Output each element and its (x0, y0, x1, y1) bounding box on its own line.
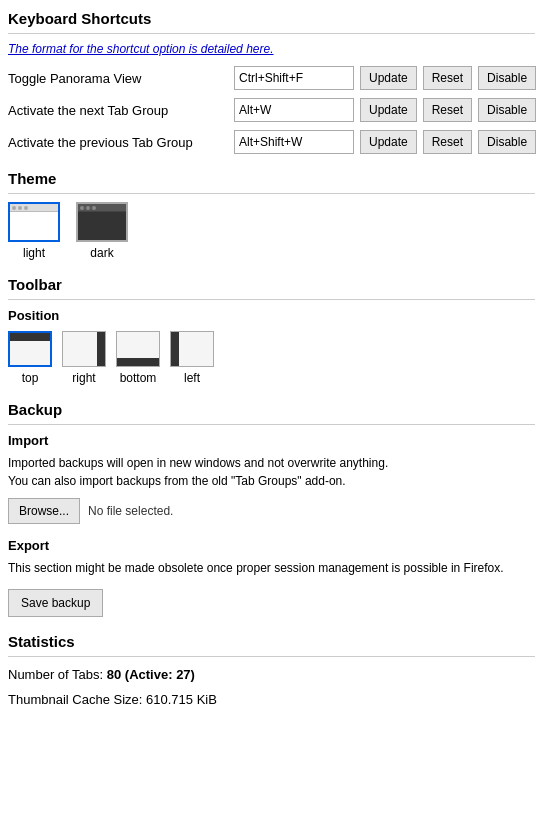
cache-size-row: Thumbnail Cache Size: 610.715 KiB (8, 690, 535, 711)
position-bar-right (97, 332, 105, 366)
toolbar-title: Toolbar (8, 276, 535, 293)
position-label-left: left (184, 371, 200, 385)
import-title: Import (8, 433, 535, 448)
position-preview-right (62, 331, 106, 367)
statistics-section: Statistics Number of Tabs: 80 (Active: 2… (8, 633, 535, 711)
position-preview-left (170, 331, 214, 367)
tabs-count-value: 80 (Active: 27) (107, 667, 195, 682)
shortcut-label-panorama: Toggle Panorama View (8, 71, 228, 86)
shortcut-format-link[interactable]: The format for the shortcut option is de… (8, 42, 535, 56)
statistics-title: Statistics (8, 633, 535, 650)
import-info-line1: Imported backups will open in new window… (8, 456, 388, 470)
backup-section: Backup Import Imported backups will open… (8, 401, 535, 617)
cache-size-label: Thumbnail Cache Size: (8, 692, 142, 707)
position-label-bottom: bottom (120, 371, 157, 385)
position-option-bottom[interactable]: bottom (116, 331, 160, 385)
theme-label-dark: dark (90, 246, 113, 260)
shortcut-row-panorama: Toggle Panorama View Update Reset Disabl… (8, 66, 535, 90)
reset-button-panorama[interactable]: Reset (423, 66, 472, 90)
keyboard-shortcuts-title: Keyboard Shortcuts (8, 10, 535, 27)
backup-divider (8, 424, 535, 425)
position-bar-top (10, 333, 50, 341)
theme-options: light dark (8, 202, 535, 260)
toolbar-section: Toolbar Position top right bottom (8, 276, 535, 385)
theme-preview-dark (76, 202, 128, 242)
disable-button-next-tab[interactable]: Disable (478, 98, 536, 122)
save-backup-button[interactable]: Save backup (8, 589, 103, 617)
update-button-prev-tab[interactable]: Update (360, 130, 417, 154)
statistics-divider (8, 656, 535, 657)
shortcut-row-next-tab: Activate the next Tab Group Update Reset… (8, 98, 535, 122)
browse-button[interactable]: Browse... (8, 498, 80, 524)
position-options: top right bottom left (8, 331, 535, 385)
position-option-top[interactable]: top (8, 331, 52, 385)
browse-row: Browse... No file selected. (8, 498, 535, 524)
backup-title: Backup (8, 401, 535, 418)
reset-button-prev-tab[interactable]: Reset (423, 130, 472, 154)
theme-preview-light (8, 202, 60, 242)
export-subsection: Export This section might be made obsole… (8, 538, 535, 617)
theme-section: Theme light (8, 170, 535, 260)
position-option-left[interactable]: left (170, 331, 214, 385)
import-info-line2: You can also import backups from the old… (8, 474, 346, 488)
export-title: Export (8, 538, 535, 553)
shortcut-input-prev-tab[interactable] (234, 130, 354, 154)
keyboard-shortcuts-section: Keyboard Shortcuts The format for the sh… (8, 10, 535, 154)
shortcut-label-next-tab: Activate the next Tab Group (8, 103, 228, 118)
keyboard-shortcuts-divider (8, 33, 535, 34)
position-label-right: right (72, 371, 95, 385)
theme-option-light[interactable]: light (8, 202, 60, 260)
update-button-panorama[interactable]: Update (360, 66, 417, 90)
position-title: Position (8, 308, 535, 323)
import-info: Imported backups will open in new window… (8, 454, 535, 490)
update-button-next-tab[interactable]: Update (360, 98, 417, 122)
theme-label-light: light (23, 246, 45, 260)
tabs-count-label: Number of Tabs: (8, 667, 103, 682)
shortcut-row-prev-tab: Activate the previous Tab Group Update R… (8, 130, 535, 154)
no-file-label: No file selected. (88, 504, 173, 518)
position-bar-left (171, 332, 179, 366)
position-bar-bottom (117, 358, 159, 366)
export-info: This section might be made obsolete once… (8, 559, 535, 577)
theme-divider (8, 193, 535, 194)
disable-button-panorama[interactable]: Disable (478, 66, 536, 90)
theme-option-dark[interactable]: dark (76, 202, 128, 260)
theme-title: Theme (8, 170, 535, 187)
toolbar-divider (8, 299, 535, 300)
shortcut-label-prev-tab: Activate the previous Tab Group (8, 135, 228, 150)
shortcut-input-next-tab[interactable] (234, 98, 354, 122)
reset-button-next-tab[interactable]: Reset (423, 98, 472, 122)
cache-size-value: 610.715 KiB (146, 692, 217, 707)
position-preview-bottom (116, 331, 160, 367)
position-label-top: top (22, 371, 39, 385)
disable-button-prev-tab[interactable]: Disable (478, 130, 536, 154)
shortcut-input-panorama[interactable] (234, 66, 354, 90)
position-preview-top (8, 331, 52, 367)
position-option-right[interactable]: right (62, 331, 106, 385)
import-subsection: Import Imported backups will open in new… (8, 433, 535, 524)
tabs-count-row: Number of Tabs: 80 (Active: 27) (8, 665, 535, 686)
